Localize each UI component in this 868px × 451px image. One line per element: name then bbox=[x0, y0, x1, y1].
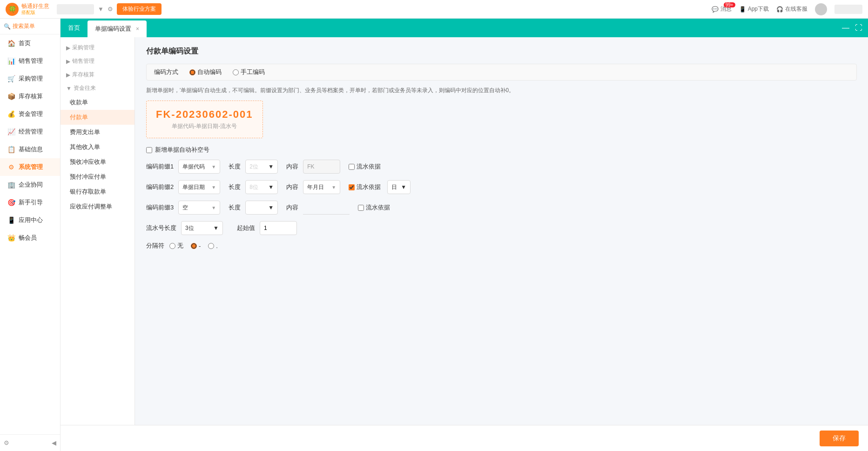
prefix1-liushui-checkbox[interactable] bbox=[349, 164, 355, 170]
prefix2-liushui-checkbox[interactable] bbox=[349, 184, 355, 190]
subnav-group-capital-title[interactable]: ▼ 资金往来 bbox=[61, 81, 135, 95]
serial-length-select[interactable]: 3位 ▼ bbox=[181, 221, 223, 235]
prefix2-label: 编码前缀2 bbox=[146, 183, 174, 191]
tab-home[interactable]: 首页 bbox=[61, 19, 87, 37]
code-preview: FK-20230602-001 单据代码-单据日期-流水号 bbox=[146, 101, 263, 138]
sep-none-radio[interactable] bbox=[169, 243, 175, 249]
encoding-mode-bar: 编码方式 自动编码 手工编码 bbox=[146, 64, 857, 81]
sidebar-item-purchase[interactable]: 🛒 采购管理 bbox=[0, 70, 60, 88]
prefix2-length-arrow-icon: ▼ bbox=[268, 184, 274, 190]
subnav-group-sales-title[interactable]: ▶ 销售管理 bbox=[61, 54, 135, 68]
dropdown-icon[interactable]: ▼ bbox=[98, 6, 104, 13]
serial-length-label: 流水号长度 bbox=[146, 224, 176, 232]
enterprise-icon: 🏢 bbox=[7, 181, 15, 188]
home-icon: 🏠 bbox=[7, 40, 15, 47]
sub-nav: ▶ 采购管理 ▶ 销售管理 ▶ 库存核算 bbox=[61, 37, 135, 425]
user-avatar[interactable] bbox=[815, 3, 827, 15]
subnav-arrow-capital: ▼ bbox=[66, 85, 72, 92]
tab-maximize-btn[interactable]: ⛶ bbox=[853, 22, 864, 34]
manual-code-radio[interactable] bbox=[233, 69, 239, 75]
tab-encoding-settings[interactable]: 单据编码设置 × bbox=[87, 20, 147, 37]
sep-dash-radio[interactable] bbox=[191, 243, 197, 249]
subnav-item-yinhang[interactable]: 银行存取款单 bbox=[61, 184, 135, 199]
prefix2-liushui-unit-select[interactable]: 日 ▼ bbox=[387, 180, 410, 194]
sidebar-item-newbie[interactable]: 🎯 新手引导 bbox=[0, 194, 60, 211]
sidebar-settings-icon[interactable]: ⚙ bbox=[4, 439, 9, 446]
prefix2-liushui-check[interactable]: 流水依据 bbox=[349, 183, 381, 191]
auto-code-radio[interactable] bbox=[189, 69, 195, 75]
sidebar-item-appcenter[interactable]: 📱 应用中心 bbox=[0, 211, 60, 229]
settings-icon[interactable]: ⚙ bbox=[108, 6, 113, 13]
sidebar: 🔍 搜索菜单 🏠 首页 📊 销售管理 🛒 采购管理 📦 库存核算 💰 资金管理 … bbox=[0, 19, 61, 451]
top-bar-right: 💬 消息 99+ 📱App下载 🎧在线客服 bbox=[712, 3, 862, 15]
member-icon: 👑 bbox=[7, 234, 15, 242]
prefix2-select[interactable]: 单据日期 ▼ bbox=[178, 180, 220, 194]
subnav-item-fukuan[interactable]: 付款单 bbox=[61, 110, 135, 125]
serial-length-arrow-icon: ▼ bbox=[213, 225, 219, 231]
sep-option-dot[interactable]: . bbox=[208, 242, 218, 249]
subnav-item-shoukuan[interactable]: 收款单 bbox=[61, 95, 135, 110]
sidebar-collapse-icon[interactable]: ◀ bbox=[52, 439, 56, 446]
prefix3-length-select[interactable]: ▼ bbox=[245, 201, 278, 215]
right-side: 首页 单据编码设置 × — ⛶ ▶ 采购管理 bbox=[61, 19, 868, 451]
sidebar-item-operation[interactable]: 📈 经营管理 bbox=[0, 123, 60, 141]
sidebar-item-member[interactable]: 👑 畅会员 bbox=[0, 229, 60, 247]
tab-minimize-btn[interactable]: — bbox=[840, 22, 851, 34]
prefix1-select[interactable]: 单据代码 ▼ bbox=[178, 160, 220, 174]
start-value-label: 起始值 bbox=[237, 224, 255, 232]
prefix3-label: 编码前缀3 bbox=[146, 203, 174, 212]
sidebar-item-basic[interactable]: 📋 基础信息 bbox=[0, 141, 60, 158]
code-preview-value: FK-20230602-001 bbox=[156, 108, 253, 121]
subnav-group-inventory-title[interactable]: ▶ 库存核算 bbox=[61, 68, 135, 81]
subnav-item-yuchong2[interactable]: 预付冲应付单 bbox=[61, 169, 135, 184]
prefix1-length-select[interactable]: 2位 ▼ bbox=[245, 160, 278, 174]
subnav-arrow-inventory: ▶ bbox=[66, 72, 70, 78]
auto-code-option[interactable]: 自动编码 bbox=[189, 68, 222, 76]
prefix3-liushui-check[interactable]: 流水依据 bbox=[358, 203, 390, 212]
search-menu-btn[interactable]: 🔍 搜索菜单 bbox=[0, 19, 60, 34]
info-text: 新增单据时，'单据编码'自动生成，不可编辑。前缀设置为部门、业务员等档案类，开单… bbox=[146, 86, 857, 95]
prefix2-content-select[interactable]: 年月日 ▼ bbox=[303, 180, 340, 194]
prefix3-content-input[interactable] bbox=[303, 201, 350, 215]
search-icon: 🔍 bbox=[4, 23, 11, 30]
brand-icon: 🍀 bbox=[6, 3, 19, 16]
subnav-item-yingshou[interactable]: 应收应付调整单 bbox=[61, 199, 135, 214]
subnav-item-yuchong1[interactable]: 预收冲应收单 bbox=[61, 155, 135, 169]
sep-option-dash[interactable]: - bbox=[191, 242, 201, 249]
sidebar-item-finance[interactable]: 💰 资金管理 bbox=[0, 105, 60, 123]
auto-fill-checkbox[interactable] bbox=[146, 147, 152, 153]
main-layout: 🔍 搜索菜单 🏠 首页 📊 销售管理 🛒 采购管理 📦 库存核算 💰 资金管理 … bbox=[0, 19, 868, 451]
message-btn[interactable]: 💬 消息 99+ bbox=[712, 5, 732, 13]
subnav-item-qita[interactable]: 其他收入单 bbox=[61, 140, 135, 155]
prefix3-select[interactable]: 空 ▼ bbox=[178, 201, 220, 215]
brand: 🍀 畅通好生意 搭配版 bbox=[6, 3, 49, 16]
subnav-group-purchase-title[interactable]: ▶ 采购管理 bbox=[61, 41, 135, 54]
sales-icon: 📊 bbox=[7, 57, 15, 65]
prefix3-liushui-checkbox[interactable] bbox=[358, 205, 364, 211]
tab-close-icon[interactable]: × bbox=[136, 26, 139, 32]
prefix1-arrow-icon: ▼ bbox=[211, 164, 216, 169]
inventory-icon: 📦 bbox=[7, 93, 15, 100]
app-download-btn[interactable]: 📱App下载 bbox=[739, 5, 769, 13]
cta-button[interactable]: 体验行业方案 bbox=[117, 3, 161, 15]
online-service-btn[interactable]: 🎧在线客服 bbox=[776, 5, 807, 13]
prefix1-length-label: 长度 bbox=[229, 162, 241, 171]
sidebar-item-enterprise[interactable]: 🏢 企业协同 bbox=[0, 176, 60, 194]
prefix2-length-select[interactable]: 8位 ▼ bbox=[245, 180, 278, 194]
save-button[interactable]: 保存 bbox=[820, 431, 859, 446]
subnav-item-feiyong[interactable]: 费用支出单 bbox=[61, 125, 135, 140]
prefix1-liushui-check[interactable]: 流水依据 bbox=[349, 162, 381, 171]
prefix1-label: 编码前缀1 bbox=[146, 162, 174, 171]
config-row-prefix3: 编码前缀3 空 ▼ 长度 ▼ 内容 流水依据 bbox=[146, 201, 857, 215]
start-value-input[interactable] bbox=[260, 221, 297, 235]
sidebar-item-inventory[interactable]: 📦 库存核算 bbox=[0, 88, 60, 105]
sidebar-item-sales[interactable]: 📊 销售管理 bbox=[0, 52, 60, 70]
sep-dot-radio[interactable] bbox=[208, 243, 214, 249]
sep-option-none[interactable]: 无 bbox=[169, 242, 183, 250]
main-content: 付款单编码设置 编码方式 自动编码 手工编码 新增单据时，'单据编码'自动生成，… bbox=[135, 37, 868, 425]
sidebar-item-home[interactable]: 🏠 首页 bbox=[0, 34, 60, 52]
sidebar-item-system[interactable]: ⚙ 系统管理 bbox=[0, 158, 60, 176]
config-row-prefix2: 编码前缀2 单据日期 ▼ 长度 8位 ▼ 内容 年月日 ▼ bbox=[146, 180, 857, 194]
breadcrumb-input[interactable] bbox=[57, 4, 94, 14]
manual-code-option[interactable]: 手工编码 bbox=[233, 68, 265, 76]
